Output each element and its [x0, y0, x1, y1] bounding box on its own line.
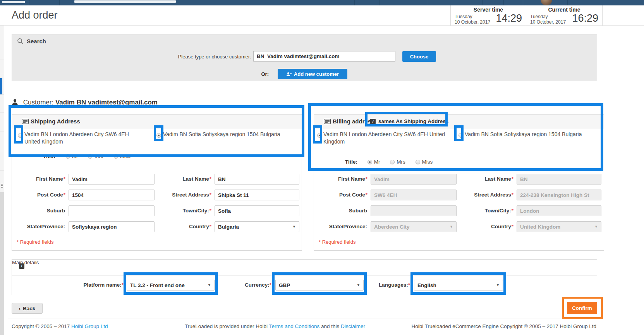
footer-copyright-text: Copyright © 2005 – 2017	[12, 323, 71, 329]
shipping-title-mr-radio[interactable]	[65, 154, 70, 159]
footer-engine-copyright: Holbi Trueloaded eCommerce Engine Copyri…	[395, 323, 596, 329]
billing-title-miss-radio[interactable]	[416, 160, 420, 164]
billing-panel-title: Billing address	[333, 118, 374, 125]
search-panel: Search Please type or choose customer: C…	[12, 34, 597, 81]
state-province-label: State/Province:	[27, 224, 65, 229]
billing-title-mrs-radio[interactable]	[390, 160, 395, 164]
shipping-title-miss-radio[interactable]	[113, 154, 118, 159]
town-city-label: Town/City:	[183, 208, 209, 214]
shipping-title-mrs-label[interactable]: Mrs	[94, 153, 103, 159]
address-card-icon	[324, 119, 331, 125]
billing-title-mr-radio[interactable]	[368, 160, 372, 164]
platform-name-label: Platform name:	[83, 282, 121, 288]
customer-search-input[interactable]	[253, 51, 395, 62]
suburb-label: Suburb	[47, 208, 65, 214]
billing-address-option-1-radio[interactable]	[317, 133, 322, 138]
shipping-suburb-input[interactable]	[69, 205, 155, 216]
shipping-address-option-1-label[interactable]: Vadim BN London Aberdeen City SW6 4EH Un…	[24, 131, 145, 145]
shipping-title-mr-label[interactable]: Mr	[72, 153, 78, 159]
post-code-label: Post Code	[339, 192, 365, 198]
currency-label: Currency:	[245, 282, 270, 288]
left-sidebar-strip[interactable]	[0, 26, 4, 335]
shipping-last-name-input[interactable]	[215, 174, 299, 185]
shipping-first-name-input[interactable]	[69, 174, 155, 185]
topbar-text-fragment	[74, 0, 176, 3]
top-navigation-bar	[0, 0, 644, 5]
state-province-label: State/Province:	[329, 224, 367, 229]
shipping-town-city-input[interactable]	[215, 205, 299, 216]
sidebar-drag-handle[interactable]	[1, 184, 2, 185]
choose-customer-button[interactable]: Choose	[402, 51, 436, 62]
current-time-date: 10 October, 2017	[530, 19, 566, 25]
info-icon	[19, 263, 24, 269]
customer-label: Customer:	[23, 99, 53, 106]
shipping-address-panel: Shipping Address Vadim BN London Aberdee…	[12, 114, 302, 251]
user-avatar[interactable]	[541, 0, 552, 5]
add-user-icon	[286, 71, 294, 77]
or-label: Or:	[256, 71, 269, 77]
shipping-street-address-input[interactable]	[215, 190, 299, 200]
shipping-address-option-2-label[interactable]: Vadim BN Sofia Sofiyskaya region 1504 Bu…	[163, 131, 293, 138]
billing-address-option-2-radio[interactable]	[459, 133, 463, 138]
street-address-label: Street Address	[474, 192, 511, 198]
shipping-state-province-input[interactable]	[69, 221, 155, 232]
billing-street-address-input	[517, 190, 601, 200]
add-new-customer-label: Add new customer	[294, 71, 339, 77]
same-as-shipping-checkbox[interactable]	[370, 119, 376, 124]
add-new-customer-button[interactable]: Add new customer	[278, 69, 347, 79]
billing-address-option-2-label[interactable]: Vadim BN Sofia Sofiyskaya region 1504 Bu…	[465, 131, 596, 138]
footer-terms-link[interactable]: Terms and Conditions	[269, 323, 320, 329]
street-address-label: Street Address	[172, 192, 209, 198]
chevron-down-icon: ▼	[357, 283, 360, 287]
last-name-label: Last Name	[182, 176, 209, 182]
confirm-button[interactable]: Confirm	[567, 302, 597, 314]
billing-title-miss-label[interactable]: Miss	[422, 159, 433, 165]
billing-town-city-input	[517, 205, 601, 216]
server-time-block: Server time Tuesday 10 October, 2017 14:…	[450, 5, 526, 26]
footer-disclaimer-link[interactable]: Disclaimer	[341, 323, 365, 329]
server-time-date: 10 October, 2017	[455, 19, 490, 25]
customer-line: Customer: Vadim BN vadimtest@gmail.com	[12, 99, 158, 107]
country-label: Country	[189, 224, 209, 229]
current-time-value: 16:29	[572, 12, 598, 24]
first-name-label: First Name	[36, 176, 63, 182]
back-button[interactable]: Back	[12, 303, 43, 314]
currency-select[interactable]: GBP▼	[275, 280, 364, 291]
main-details-panel: Main details Platform name:* TL 3.2 - Fr…	[12, 259, 597, 295]
page-header: Add order Server time Tuesday 10 October…	[0, 5, 644, 26]
server-time-day: Tuesday	[455, 14, 472, 19]
country-label: Country	[491, 224, 511, 229]
last-name-label: Last Name	[484, 176, 511, 182]
footer-holbi-group-link[interactable]: Holbi Group Ltd	[71, 323, 108, 329]
shipping-address-option-2-radio[interactable]	[156, 133, 161, 138]
chevron-down-icon: ▼	[292, 225, 296, 229]
sidebar-scroll-track[interactable]	[0, 192, 4, 335]
billing-first-name-input	[371, 174, 457, 185]
add-order-page: Add order Server time Tuesday 10 October…	[0, 0, 644, 335]
sidebar-active-indicator	[0, 78, 2, 94]
shipping-address-option-1-radio[interactable]	[18, 133, 22, 138]
shipping-title-mrs-radio[interactable]	[88, 154, 93, 159]
same-as-shipping-label[interactable]: sames As Shipping Address	[378, 118, 448, 124]
shipping-required-note: * Required fields	[17, 239, 53, 245]
address-card-icon	[22, 119, 29, 125]
billing-address-panel: Billing address sames As Shipping Addres…	[314, 114, 604, 251]
shipping-title-miss-label[interactable]: Miss	[120, 153, 131, 159]
billing-title-mrs-label[interactable]: Mrs	[397, 159, 405, 165]
platform-name-select[interactable]: TL 3.2 - Front end one▼	[127, 280, 215, 291]
current-time-day: Tuesday	[530, 14, 548, 19]
billing-post-code-input	[371, 190, 457, 200]
billing-title-mr-label[interactable]: Mr	[374, 159, 380, 165]
shipping-post-code-input[interactable]	[69, 190, 155, 200]
billing-address-option-1-label[interactable]: Vadim BN London Aberdeen City SW6 4EH Un…	[323, 131, 445, 145]
person-icon	[12, 99, 20, 107]
shipping-country-select[interactable]: Bulgaria▼	[215, 221, 299, 232]
back-chevron-icon	[19, 306, 23, 311]
customer-prompt-label: Please type or choose customer:	[117, 54, 251, 60]
billing-suburb-input	[371, 205, 457, 216]
languages-select[interactable]: English▼	[414, 280, 503, 291]
server-time-label: Server time	[451, 7, 526, 13]
page-title: Add order	[12, 9, 58, 21]
footer-center-text: TrueLoaded is provided under Holbi	[185, 323, 269, 329]
billing-country-select: United Kingdom▼	[517, 221, 601, 232]
